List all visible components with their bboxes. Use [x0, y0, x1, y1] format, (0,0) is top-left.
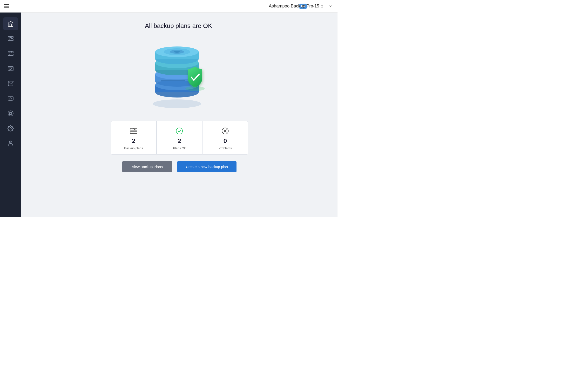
hero-illustration — [138, 37, 220, 114]
menu-button[interactable] — [4, 4, 9, 8]
sidebar — [0, 12, 21, 217]
problems-count: 0 — [223, 138, 227, 144]
plans-ok-count: 2 — [178, 138, 181, 144]
title-bar: Ashampoo Backup Pro 15 − □ ✕ — [0, 0, 337, 12]
svg-rect-4 — [8, 39, 13, 41]
sidebar-item-settings[interactable] — [3, 122, 18, 135]
svg-point-44 — [176, 128, 182, 134]
maximize-button[interactable]: □ — [319, 3, 325, 9]
close-button[interactable]: ✕ — [327, 3, 334, 9]
svg-point-23 — [10, 142, 11, 143]
svg-rect-13 — [8, 97, 13, 100]
svg-line-20 — [9, 114, 10, 115]
sidebar-item-boot-medium[interactable] — [3, 92, 18, 105]
backup-plans-icon — [129, 127, 138, 135]
backup-plans-label: Backup plans — [124, 146, 143, 150]
svg-rect-7 — [8, 66, 13, 70]
sidebar-item-drive-check[interactable] — [3, 62, 18, 75]
svg-rect-6 — [8, 54, 13, 56]
svg-point-24 — [153, 100, 201, 108]
backup-plans-count: 2 — [132, 138, 135, 144]
stat-card-plans-ok: 2 Plans Ok — [157, 121, 202, 155]
create-backup-plan-button[interactable]: Create a new backup plan — [177, 161, 237, 172]
sidebar-item-restore[interactable] — [3, 47, 18, 60]
problems-icon — [221, 127, 230, 135]
title-bar-left — [4, 4, 9, 8]
svg-line-17 — [9, 111, 10, 113]
sidebar-item-task-list[interactable] — [3, 77, 18, 90]
stat-card-backup-plans: 2 Backup plans — [111, 121, 157, 155]
svg-rect-43 — [130, 132, 137, 134]
plans-ok-icon — [175, 127, 184, 135]
plans-ok-label: Plans Ok — [173, 146, 186, 150]
svg-point-41 — [185, 86, 205, 91]
sidebar-item-about[interactable] — [3, 137, 18, 150]
main-content: All backup plans are OK! — [21, 12, 337, 217]
sidebar-item-home[interactable] — [3, 17, 18, 30]
svg-point-8 — [10, 68, 11, 70]
svg-line-18 — [11, 114, 12, 115]
svg-line-19 — [11, 111, 12, 113]
main-layout: All backup plans are OK! — [0, 12, 337, 217]
app-title: Ashampoo Backup Pro 15 — [269, 4, 319, 9]
stat-card-problems: 0 Problems — [202, 121, 248, 155]
problems-label: Problems — [219, 146, 232, 150]
svg-point-39 — [174, 51, 180, 53]
page-headline: All backup plans are OK! — [145, 22, 214, 30]
svg-rect-5 — [8, 51, 13, 53]
sidebar-item-support[interactable] — [3, 107, 18, 120]
svg-point-21 — [10, 128, 11, 129]
view-backup-plans-button[interactable]: View Backup Plans — [122, 161, 172, 172]
svg-rect-3 — [8, 36, 13, 38]
stats-row: 2 Backup plans 2 Plans Ok — [111, 121, 248, 155]
sidebar-item-backup[interactable] — [3, 32, 18, 45]
action-buttons: View Backup Plans Create a new backup pl… — [122, 161, 237, 172]
